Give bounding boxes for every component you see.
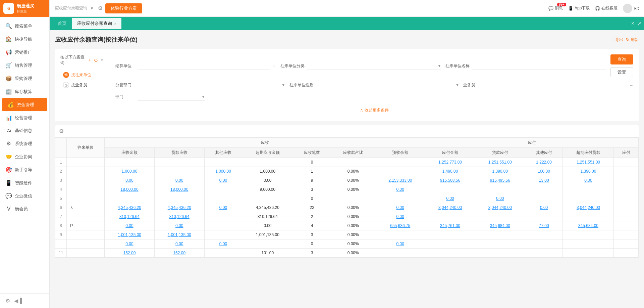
sidebar-item-marketing[interactable]: 📢 营销推广	[0, 46, 49, 59]
cell-loan-payable[interactable]	[475, 185, 525, 194]
cell-overdue-payable[interactable]	[563, 239, 614, 249]
cell-other-receivable[interactable]: 0.00	[204, 176, 242, 185]
query-button[interactable]: 查询	[610, 54, 633, 64]
cell-payable[interactable]: 345,761.00	[425, 221, 475, 230]
cell-other-payable[interactable]	[525, 194, 563, 203]
cell-advance[interactable]: 0.00	[375, 239, 425, 249]
cell-loan-payable[interactable]	[475, 212, 525, 221]
cell-other-receivable[interactable]: 1,000.00	[204, 167, 242, 176]
cell-loan-receivable[interactable]	[154, 194, 204, 203]
cell-payable[interactable]: 1,252,773.00	[425, 158, 475, 167]
cell-other-receivable[interactable]	[204, 249, 242, 258]
cell-overdue-payable[interactable]	[563, 212, 614, 221]
cell-other-payable[interactable]	[525, 185, 563, 194]
sidebar-item-quick-nav[interactable]: 🏠 快捷导航	[0, 33, 49, 46]
salesperson-dots-icon[interactable]: ···	[630, 83, 633, 88]
window-expand-button[interactable]: ⤢	[637, 20, 641, 27]
cell-loan-receivable[interactable]	[154, 158, 204, 167]
cell-receivable[interactable]: 1,001,135.00	[105, 230, 155, 239]
dept-dropdown[interactable]: ▼	[138, 93, 205, 101]
nature-dropdown[interactable]: ▼	[316, 81, 460, 89]
message-button[interactable]: 💬 消息 99+	[548, 5, 563, 11]
tab-home[interactable]: 首页	[52, 18, 72, 29]
cell-loan-payable[interactable]: 915,495.56	[475, 176, 525, 185]
cell-other-receivable[interactable]	[204, 158, 242, 167]
cell-advance[interactable]: 0.00	[375, 212, 425, 221]
filter-collapse-icon[interactable]: «	[101, 58, 103, 62]
sidebar-item-business[interactable]: 📊 经营管理	[0, 111, 49, 124]
cell-payable[interactable]	[425, 230, 475, 239]
cell-loan-payable[interactable]: 1,251,551.00	[475, 158, 525, 167]
cell-other-receivable[interactable]	[204, 221, 242, 230]
settlement-dots-icon[interactable]: ···	[273, 63, 276, 68]
cell-advance[interactable]: 2,153,333.00	[375, 176, 425, 185]
cell-loan-payable[interactable]: 3,044,240.00	[475, 203, 525, 212]
category-dropdown[interactable]: ▼	[307, 62, 441, 70]
cell-payable[interactable]: 3,044,240.00	[425, 203, 475, 212]
cell-advance[interactable]	[375, 167, 425, 176]
cell-other-payable[interactable]: 77.00	[525, 221, 563, 230]
cell-loan-payable[interactable]: 345,684.00	[475, 221, 525, 230]
cell-advance[interactable]	[375, 194, 425, 203]
app-download-button[interactable]: 📱 App下载	[568, 5, 590, 11]
cell-loan-receivable[interactable]: 4,345,436.20	[154, 203, 204, 212]
cell-loan-receivable[interactable]: 18,000.00	[154, 185, 204, 194]
footer-settings-icon[interactable]: ⚙	[5, 298, 10, 304]
cell-other-payable[interactable]	[525, 249, 563, 258]
refresh-button[interactable]: ↻ 刷新	[626, 37, 639, 43]
partner-name-input[interactable]	[472, 62, 606, 70]
cell-other-payable[interactable]: 100.00	[525, 167, 563, 176]
sidebar-item-inventory[interactable]: 🏢 库存核算	[0, 85, 49, 98]
sidebar-item-purchase[interactable]: 📦 采购管理	[0, 72, 49, 85]
footer-receivable[interactable]: 19,553,472,6...	[105, 258, 155, 258]
cell-other-payable[interactable]	[525, 239, 563, 249]
sidebar-item-sales[interactable]: 🛒 销售管理	[0, 59, 49, 72]
footer-collapse-icon[interactable]: ◀▐	[14, 298, 22, 304]
cell-payable[interactable]: 915,508.56	[425, 176, 475, 185]
sidebar-item-search[interactable]: 🔍 搜索菜单	[0, 19, 49, 33]
cell-payable[interactable]	[425, 185, 475, 194]
cell-other-payable[interactable]: 1,222.00	[525, 158, 563, 167]
cell-loan-payable[interactable]: 0.00	[475, 194, 525, 203]
sidebar-item-guide[interactable]: 🎯 新手引导	[0, 163, 49, 176]
cell-other-receivable[interactable]	[204, 230, 242, 239]
cell-other-payable[interactable]	[525, 230, 563, 239]
cell-other-payable[interactable]: 0.00	[525, 203, 563, 212]
cell-receivable[interactable]: 1,000.00	[105, 167, 155, 176]
sidebar-item-basic[interactable]: 🗂 基础信息	[0, 124, 49, 137]
cell-receivable[interactable]: 152.00	[105, 249, 155, 258]
cell-loan-receivable[interactable]: 152.00	[154, 249, 204, 258]
cell-overdue-payable[interactable]: 3,044,240.00	[563, 203, 614, 212]
table-settings-icon[interactable]: ⚙	[59, 128, 64, 134]
cell-overdue-payable[interactable]	[563, 185, 614, 194]
sidebar-item-member[interactable]: V 畅会员	[0, 203, 49, 215]
header-gear-icon[interactable]: ⚙	[98, 5, 103, 11]
scheme-option-salesperson[interactable]: ◷ 按业务员	[60, 80, 103, 90]
filter-add-icon[interactable]: +	[88, 57, 91, 63]
cell-advance[interactable]: 0.00	[375, 203, 425, 212]
cell-overdue-payable[interactable]: 1,390.00	[563, 167, 614, 176]
cell-other-payable[interactable]: 13.00	[525, 176, 563, 185]
cell-loan-payable[interactable]	[475, 230, 525, 239]
cell-receivable[interactable]	[105, 194, 155, 203]
collapse-more-button[interactable]: ∧ 收起更多条件	[115, 105, 633, 116]
cell-other-receivable[interactable]: 0.00	[204, 239, 242, 249]
sidebar-item-finance[interactable]: 💰 资金管理	[2, 98, 47, 111]
cell-advance[interactable]: 655,636.75	[375, 221, 425, 230]
cell-payable[interactable]: 1,490.00	[425, 167, 475, 176]
cell-other-receivable[interactable]	[204, 212, 242, 221]
cell-loan-receivable[interactable]: 810,126.64	[154, 212, 204, 221]
cell-loan-payable[interactable]	[475, 239, 525, 249]
setting-button[interactable]: 设置	[610, 67, 633, 77]
cell-advance[interactable]	[375, 158, 425, 167]
scheme-option-partner[interactable]: 畅 按往来单位	[60, 70, 103, 80]
header-dropdown-icon[interactable]: ▼	[90, 6, 94, 11]
cell-advance[interactable]	[375, 249, 425, 258]
cell-receivable[interactable]: 4,345,436.20	[105, 203, 155, 212]
cell-loan-payable[interactable]: 1,390.00	[475, 167, 525, 176]
cell-other-receivable[interactable]: 0.00	[204, 203, 242, 212]
cell-overdue-payable[interactable]: 345,684.00	[563, 221, 614, 230]
cell-receivable[interactable]	[105, 158, 155, 167]
cell-payable[interactable]	[425, 212, 475, 221]
cell-loan-receivable[interactable]: 0.00	[154, 221, 204, 230]
